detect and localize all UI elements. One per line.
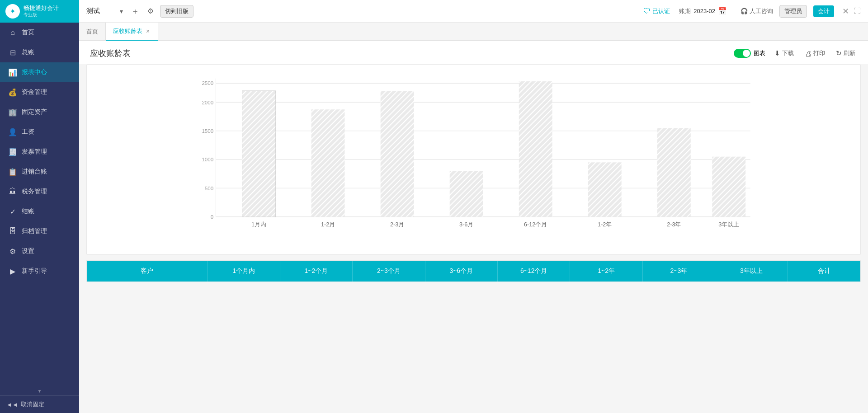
content-area: 应收账龄表 图表 ⬇ 下载 🖨 打印 ↻ 刷新	[79, 41, 868, 413]
tax-icon: 🏛	[8, 187, 17, 196]
tab-home[interactable]: 首页	[79, 23, 106, 41]
tab-label-home: 首页	[86, 28, 98, 36]
invoice-icon: 🧾	[8, 147, 17, 156]
svg-rect-16	[381, 91, 414, 217]
sidebar: ✦ 畅捷通好会计 专业版 ⌂ 首页 ⊟ 总账 📊 报表中心 💰 资金管理 🏢 固…	[0, 0, 79, 413]
sidebar-item-archive[interactable]: 🗄 归档管理	[0, 221, 79, 241]
service-btn[interactable]: 🎧 人工咨询	[741, 7, 773, 15]
print-icon: 🖨	[805, 50, 811, 57]
svg-rect-15	[311, 109, 345, 217]
sidebar-label-settings: 设置	[22, 247, 34, 255]
sidebar-item-invoice[interactable]: 🧾 发票管理	[0, 142, 79, 162]
settings-icon: ⚙	[8, 247, 17, 256]
download-icon: ⬇	[774, 49, 780, 57]
svg-text:2-3月: 2-3月	[390, 221, 404, 228]
tabbar: 首页应收账龄表×	[79, 23, 868, 41]
period-selector[interactable]: 账期 2023-02 📅	[679, 7, 727, 15]
svg-text:1-2月: 1-2月	[321, 221, 335, 228]
sidebar-item-settings[interactable]: ⚙ 设置	[0, 241, 79, 261]
table-header-: 合计	[788, 261, 860, 282]
wages-icon: 👤	[8, 127, 17, 136]
user-btn[interactable]: 管理员	[779, 5, 807, 18]
table-header-12: 1~2个月	[280, 261, 353, 282]
sidebar-item-assets[interactable]: 🏢 固定资产	[0, 102, 79, 122]
reports-icon: 📊	[8, 68, 17, 77]
sidebar-label-sales: 进销台账	[22, 168, 47, 176]
sidebar-label-guide: 新手引导	[22, 267, 47, 275]
svg-text:1000: 1000	[202, 156, 213, 162]
sidebar-item-wages[interactable]: 👤 工资	[0, 122, 79, 142]
cert-status: 🛡 已认证	[643, 7, 670, 15]
svg-rect-20	[657, 128, 691, 216]
cert-icon: 🛡	[643, 7, 651, 15]
sidebar-label-archive: 归档管理	[22, 227, 47, 235]
tab-close-aging[interactable]: ×	[145, 28, 151, 34]
sidebar-label-home: 首页	[22, 28, 34, 37]
table-header-36: 3~6个月	[425, 261, 498, 282]
sidebar-item-guide[interactable]: ▶ 新手引导	[0, 261, 79, 281]
print-btn[interactable]: 🖨 打印	[803, 48, 827, 58]
page-header: 应收账龄表 图表 ⬇ 下载 🖨 打印 ↻ 刷新	[79, 41, 868, 64]
calendar-icon[interactable]: 📅	[718, 7, 727, 15]
switch-version-btn[interactable]: 切到旧版	[160, 5, 193, 18]
sidebar-item-settle[interactable]: ✓ 结账	[0, 202, 79, 221]
app-badge: 专业版	[24, 12, 59, 18]
tab-aging[interactable]: 应收账龄表×	[106, 23, 158, 41]
home-icon: ⌂	[8, 28, 17, 37]
svg-text:2500: 2500	[202, 80, 213, 86]
table-header: 客户1个月内1~2个月2~3个月3~6个月6~12个月1~2年2~3年3年以上合…	[87, 261, 860, 282]
svg-rect-18	[519, 81, 552, 217]
svg-text:1月内: 1月内	[251, 221, 266, 228]
archive-icon: 🗄	[8, 227, 17, 236]
svg-text:3-6月: 3-6月	[459, 221, 473, 228]
bar-chart: 0 500 1000 1500 2000 2500	[100, 74, 847, 245]
sales-icon: 📋	[8, 167, 17, 176]
scroll-down-indicator: ▼	[0, 387, 79, 395]
sidebar-item-capital[interactable]: 💰 资金管理	[0, 82, 79, 102]
svg-text:2-3年: 2-3年	[667, 221, 681, 228]
topbar-right: 🎧 人工咨询 管理员 会计	[741, 5, 834, 18]
refresh-btn[interactable]: ↻ 刷新	[834, 48, 857, 58]
svg-text:6-12个月: 6-12个月	[524, 221, 547, 228]
table-header-12: 1~2年	[570, 261, 642, 282]
svg-text:3年以上: 3年以上	[718, 221, 739, 228]
capital-icon: 💰	[8, 88, 17, 97]
tab-label-aging: 应收账龄表	[113, 27, 142, 35]
sidebar-label-assets: 固定资产	[22, 108, 47, 116]
sidebar-item-reports[interactable]: 📊 报表中心	[0, 62, 79, 82]
sidebar-label-settle: 结账	[22, 207, 34, 216]
chart-toggle-label: 图表	[754, 49, 765, 57]
table-header-3: 3年以上	[715, 261, 788, 282]
settings-gear-btn[interactable]: ⚙	[146, 6, 156, 16]
page-actions: 图表 ⬇ 下载 🖨 打印 ↻ 刷新	[734, 48, 857, 58]
download-btn[interactable]: ⬇ 下载	[773, 48, 796, 58]
expand-btn[interactable]: ⛶	[854, 7, 861, 15]
cancel-fixed-btn[interactable]: ◄◄ 取消固定	[0, 395, 79, 413]
svg-text:500: 500	[205, 185, 213, 191]
sidebar-label-tax: 税务管理	[22, 188, 47, 196]
table-header-: 客户	[87, 261, 208, 282]
app-name: 畅捷通好会计	[24, 5, 59, 12]
pin-icon: ◄◄	[6, 401, 18, 408]
svg-rect-19	[588, 162, 622, 216]
topbar: 测试 ▾ ＋ ⚙ 切到旧版 🛡 已认证 账期 2023-02 📅 🎧 人工咨询 …	[79, 0, 868, 23]
workspace-dropdown-btn[interactable]: ▾	[118, 7, 125, 16]
sidebar-item-home[interactable]: ⌂ 首页	[0, 23, 79, 42]
settle-icon: ✓	[8, 207, 17, 216]
table-header-1: 1个月内	[208, 261, 280, 282]
svg-text:1500: 1500	[202, 128, 213, 134]
headset-icon: 🎧	[741, 8, 748, 14]
role-btn[interactable]: 会计	[813, 5, 834, 17]
assets-icon: 🏢	[8, 108, 17, 117]
add-workspace-btn[interactable]: ＋	[129, 6, 141, 16]
sidebar-label-reports: 报表中心	[22, 68, 47, 76]
sidebar-item-tax[interactable]: 🏛 税务管理	[0, 182, 79, 202]
workspace-name: 测试	[86, 7, 113, 15]
close-window-btn[interactable]: ✕	[842, 6, 849, 16]
chart-toggle-container: 图表	[734, 49, 765, 58]
logo-icon: ✦	[5, 4, 20, 19]
sidebar-item-sales[interactable]: 📋 进销台账	[0, 162, 79, 182]
sidebar-item-ledger[interactable]: ⊟ 总账	[0, 42, 79, 62]
chart-toggle-btn[interactable]	[734, 49, 751, 58]
sidebar-label-ledger: 总账	[22, 48, 34, 56]
